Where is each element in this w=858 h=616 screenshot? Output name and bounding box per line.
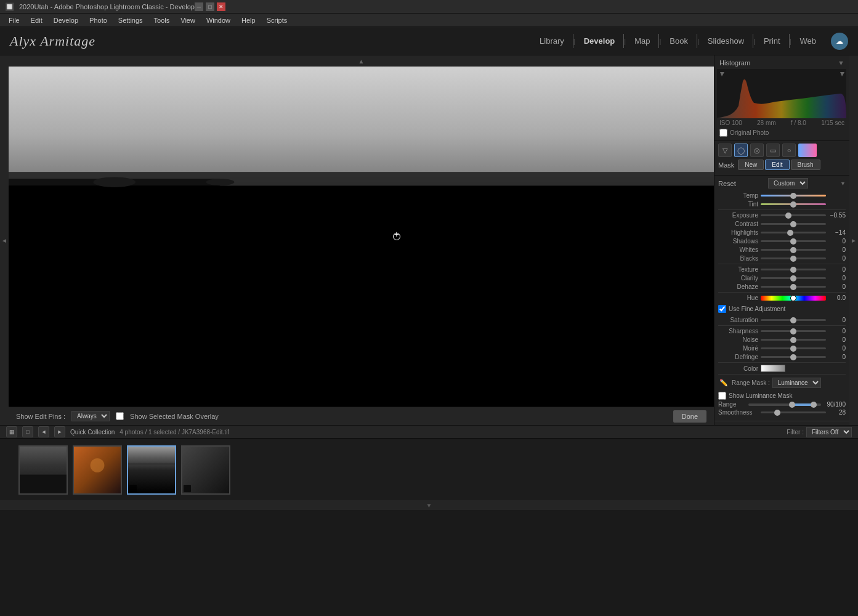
menu-settings[interactable]: Settings xyxy=(113,15,148,25)
noise-thumb[interactable] xyxy=(790,337,796,343)
dehaze-track[interactable] xyxy=(761,286,826,288)
clarity-track[interactable] xyxy=(761,277,826,279)
nav-map[interactable]: Map xyxy=(626,34,659,48)
luminance-select[interactable]: Luminance Color Depth xyxy=(772,378,821,388)
sharpness-track[interactable] xyxy=(761,330,826,332)
range-slider-track[interactable] xyxy=(748,403,821,406)
whites-thumb[interactable] xyxy=(790,247,796,253)
minimize-button[interactable]: ─ xyxy=(195,2,203,11)
left-panel-toggle[interactable]: ◄ xyxy=(0,55,9,425)
menu-tools[interactable]: Tools xyxy=(149,15,175,25)
mask-rect-icon[interactable]: ▭ xyxy=(766,144,780,157)
clarity-thumb[interactable] xyxy=(790,275,796,282)
moire-track[interactable] xyxy=(761,347,826,349)
menu-file[interactable]: File xyxy=(4,15,25,25)
mask-edit-button[interactable]: Edit xyxy=(765,160,789,170)
hue-track[interactable] xyxy=(761,296,826,301)
sharpness-label: Sharpness xyxy=(718,328,758,334)
nav-book[interactable]: Book xyxy=(661,34,697,48)
mask-gradient-icon[interactable]: ▽ xyxy=(718,144,732,157)
saturation-track[interactable] xyxy=(761,319,826,321)
contrast-thumb[interactable] xyxy=(790,221,796,227)
menu-window[interactable]: Window xyxy=(201,15,235,25)
mask-brush-button[interactable]: Brush xyxy=(791,160,820,170)
smoothness-thumb[interactable] xyxy=(774,410,780,416)
nav-slideshow[interactable]: Slideshow xyxy=(699,34,753,48)
filmstrip-thumb-2[interactable] xyxy=(73,445,122,495)
mask-circle-icon[interactable]: ○ xyxy=(782,144,796,157)
nav-library[interactable]: Library xyxy=(531,34,573,48)
range-mask-icon[interactable]: ✏️ xyxy=(718,377,729,388)
hue-thumb[interactable] xyxy=(790,295,796,301)
right-panel-toggle[interactable]: ► xyxy=(849,55,858,425)
highlights-thumb[interactable] xyxy=(787,230,793,236)
show-mask-checkbox[interactable] xyxy=(116,412,124,420)
filmstrip-thumb-1[interactable] xyxy=(18,445,68,495)
mask-color-icon[interactable] xyxy=(798,144,817,157)
filter-select[interactable]: Filters Off Flagged Rated xyxy=(806,427,852,437)
contrast-track[interactable] xyxy=(761,223,826,225)
moire-thumb[interactable] xyxy=(790,346,796,352)
fine-adjust-checkbox[interactable] xyxy=(718,305,726,313)
crop-handle[interactable] xyxy=(393,233,400,240)
sharpness-thumb[interactable] xyxy=(790,328,796,334)
nav-back-button[interactable]: ◄ xyxy=(38,426,49,437)
menu-view[interactable]: View xyxy=(176,15,200,25)
view-grid-button[interactable]: ▦ xyxy=(6,426,17,437)
dehaze-thumb[interactable] xyxy=(790,284,796,290)
tint-thumb[interactable] xyxy=(790,201,796,208)
reset-dropdown-icon[interactable]: ▼ xyxy=(840,180,846,187)
noise-track[interactable] xyxy=(761,339,826,341)
menu-edit[interactable]: Edit xyxy=(26,15,47,25)
photo-image xyxy=(9,67,714,407)
texture-track[interactable] xyxy=(761,269,826,270)
whites-track[interactable] xyxy=(761,249,826,251)
close-button[interactable]: ✕ xyxy=(217,2,225,11)
bottom-panel-toggle[interactable]: ▼ xyxy=(0,500,858,510)
original-photo-checkbox[interactable] xyxy=(719,129,727,137)
user-avatar: ☁ xyxy=(831,33,848,50)
highlights-track[interactable] xyxy=(761,232,826,233)
menu-develop[interactable]: Develop xyxy=(49,15,83,25)
defringe-thumb[interactable] xyxy=(790,354,796,360)
preset-select[interactable]: Custom Default xyxy=(768,178,808,188)
temp-thumb[interactable] xyxy=(790,193,796,199)
show-edit-pins-select[interactable]: Always Never Auto xyxy=(71,411,110,421)
menu-photo[interactable]: Photo xyxy=(84,15,112,25)
color-swatch[interactable] xyxy=(761,365,785,372)
exposure-track[interactable] xyxy=(761,214,826,216)
histogram-collapse-icon[interactable]: ▼ xyxy=(838,59,844,67)
nav-print[interactable]: Print xyxy=(755,34,790,48)
temp-track[interactable] xyxy=(761,195,826,197)
menu-scripts[interactable]: Scripts xyxy=(262,15,293,25)
smoothness-row: Smoothness 28 xyxy=(718,409,846,416)
filmstrip-thumb-3[interactable] xyxy=(127,445,176,495)
tint-track[interactable] xyxy=(761,203,826,205)
exposure-thumb[interactable] xyxy=(785,213,791,219)
menu-help[interactable]: Help xyxy=(237,15,261,25)
show-luminance-checkbox[interactable] xyxy=(718,392,726,400)
blacks-track[interactable] xyxy=(761,257,826,259)
shadows-thumb[interactable] xyxy=(790,238,796,245)
maximize-button[interactable]: □ xyxy=(206,2,214,11)
view-single-button[interactable]: □ xyxy=(22,426,33,437)
nav-web[interactable]: Web xyxy=(791,34,825,48)
nav-forward-button[interactable]: ► xyxy=(54,426,65,437)
done-button[interactable]: Done xyxy=(673,410,706,423)
mask-new-button[interactable]: New xyxy=(738,160,764,170)
top-panel-toggle[interactable]: ▲ xyxy=(9,55,714,67)
filmstrip-thumb-4[interactable] xyxy=(181,445,230,495)
mask-radial-icon[interactable]: ◯ xyxy=(734,144,748,157)
photo-info: ISO 100 28 mm f / 8.0 1/15 sec xyxy=(717,118,847,128)
defringe-track[interactable] xyxy=(761,356,826,358)
saturation-thumb[interactable] xyxy=(790,317,796,323)
mask-radial2-icon[interactable]: ◎ xyxy=(750,144,764,157)
smoothness-track[interactable] xyxy=(761,411,826,413)
smoothness-value: 28 xyxy=(828,409,846,416)
nav-develop[interactable]: Develop xyxy=(575,34,625,48)
texture-thumb[interactable] xyxy=(790,267,796,273)
range-thumb-right[interactable] xyxy=(811,402,817,408)
blacks-thumb[interactable] xyxy=(790,256,796,262)
shadows-track[interactable] xyxy=(761,240,826,242)
range-thumb-left[interactable] xyxy=(789,402,795,408)
